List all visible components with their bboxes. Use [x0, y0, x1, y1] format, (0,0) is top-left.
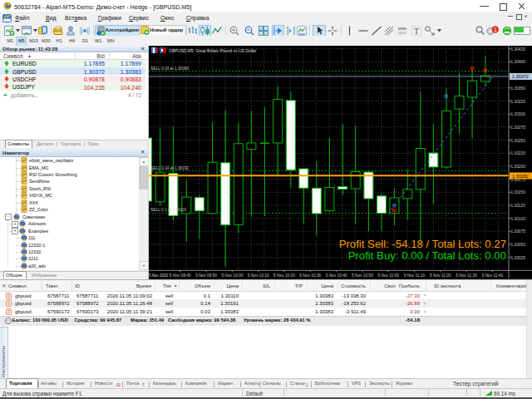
svg-text:5 Nov 10:00: 5 Nov 10:00 [221, 273, 243, 278]
svg-text:1.30050: 1.30050 [511, 243, 526, 247]
svg-text:1.30150: 1.30150 [511, 190, 526, 195]
svg-text:5 Nov 09:50: 5 Nov 09:50 [195, 273, 217, 278]
svg-text:SELL 0.1 at 1.30110: SELL 0.1 at 1.30110 [150, 208, 187, 212]
svg-text:1.30350: 1.30350 [511, 86, 526, 91]
svg-text:5 Nov 11:20: 5 Nov 11:20 [430, 273, 451, 278]
svg-text:1.30225: 1.30225 [511, 151, 526, 155]
svg-text:SELL 0.03 at 1.30383: SELL 0.03 at 1.30383 [150, 66, 190, 71]
svg-text:1.30100: 1.30100 [511, 217, 526, 221]
svg-text:5 Nov 11:40: 5 Nov 11:40 [482, 273, 504, 278]
svg-text:5 Nov 10:10: 5 Nov 10:10 [248, 273, 269, 278]
svg-text:5 Nov 10:20: 5 Nov 10:20 [273, 273, 295, 278]
svg-text:Profit Buy: 0.00 / Total Lots:: Profit Buy: 0.00 / Total Lots: 0.00 [348, 249, 506, 262]
svg-text:5 Nov 2020: 5 Nov 2020 [149, 273, 169, 278]
svg-text:5 Nov 11:00: 5 Nov 11:00 [377, 273, 399, 278]
svg-text:1.30125: 1.30125 [511, 204, 526, 208]
svg-text:5 Nov 10:40: 5 Nov 10:40 [326, 273, 347, 278]
svg-text:GBPUSD,M5: Great Britain Pound: GBPUSD,M5: Great Britain Pound vs US Dol… [169, 48, 257, 53]
svg-text:1.30250: 1.30250 [511, 139, 526, 143]
svg-text:1.30400: 1.30400 [511, 60, 526, 64]
svg-text:1.30025: 1.30025 [511, 256, 526, 260]
svg-text:1.30325: 1.30325 [511, 100, 526, 104]
svg-text:1.30075: 1.30075 [511, 229, 526, 234]
svg-text:1: 1 [494, 27, 497, 32]
svg-text:5 Nov 09:40: 5 Nov 09:40 [170, 273, 191, 278]
svg-text:1.30372: 1.30372 [512, 74, 529, 79]
svg-text:1.30300: 1.30300 [511, 112, 526, 116]
svg-text:1.30425: 1.30425 [511, 47, 526, 52]
svg-text:5 Nov 11:30: 5 Nov 11:30 [456, 273, 477, 278]
svg-text:T: T [414, 26, 419, 35]
svg-text:1.30275: 1.30275 [511, 126, 526, 130]
svg-text:1.30200: 1.30200 [511, 165, 526, 169]
svg-text:1.30182: 1.30182 [512, 174, 529, 179]
svg-text:5 Nov 10:30: 5 Nov 10:30 [299, 273, 321, 278]
svg-text:5 Nov 11:10: 5 Nov 11:10 [404, 273, 426, 278]
svg-text:5 Nov 10:50: 5 Nov 10:50 [352, 273, 373, 278]
svg-text:SELL 0.14 at 1.30191: SELL 0.14 at 1.30191 [150, 166, 190, 170]
